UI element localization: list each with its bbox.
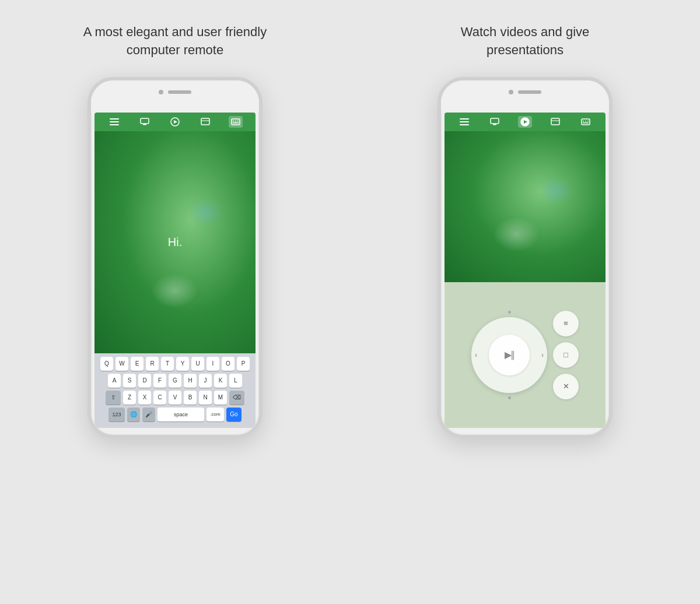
right-iphone: ‹ ▶︎∥ › ≡ □ ✕ — [438, 77, 612, 438]
hi-text: Hi. — [168, 236, 182, 249]
key-k[interactable]: K — [214, 374, 227, 388]
remote-square-button[interactable]: □ — [553, 342, 579, 368]
key-j[interactable]: J — [199, 374, 212, 388]
svg-rect-17 — [460, 124, 469, 125]
remote-close-button[interactable]: ✕ — [553, 374, 579, 399]
svg-rect-27 — [585, 121, 586, 122]
key-d[interactable]: D — [138, 374, 151, 388]
svg-rect-15 — [460, 118, 469, 120]
key-v[interactable]: V — [169, 391, 181, 405]
key-dotcom[interactable]: .com — [206, 408, 224, 422]
key-l[interactable]: L — [229, 374, 242, 388]
toolbar-menu-icon[interactable] — [107, 116, 121, 128]
svg-rect-2 — [110, 124, 119, 125]
svg-rect-14 — [233, 122, 239, 124]
svg-marker-7 — [174, 120, 177, 124]
dpad-center[interactable]: ▶︎∥ — [489, 335, 530, 375]
remote-menu-button[interactable]: ≡ — [553, 311, 579, 336]
toolbar-monitor-icon-r[interactable] — [488, 116, 502, 128]
svg-rect-26 — [583, 121, 584, 122]
dpad-bottom-dot — [508, 396, 511, 399]
key-u[interactable]: U — [191, 357, 204, 371]
svg-rect-13 — [237, 121, 239, 122]
svg-rect-28 — [587, 121, 589, 122]
svg-rect-19 — [493, 124, 496, 125]
right-iphone-screen: ‹ ▶︎∥ › ≡ □ ✕ — [444, 113, 606, 428]
key-s[interactable]: S — [123, 374, 136, 388]
right-panel: Watch videos and give presentations — [350, 0, 700, 604]
key-a[interactable]: A — [108, 374, 121, 388]
svg-rect-0 — [110, 118, 119, 120]
speaker-bar-right — [518, 90, 541, 94]
key-delete[interactable]: ⌫ — [229, 391, 244, 405]
svg-rect-8 — [201, 118, 209, 125]
left-panel: A most elegant and user friendly compute… — [0, 0, 350, 604]
remote-side-buttons: ≡ □ ✕ — [553, 311, 579, 399]
key-g[interactable]: G — [169, 374, 181, 388]
svg-rect-23 — [551, 118, 559, 125]
svg-rect-20 — [494, 124, 495, 124]
dpad[interactable]: ‹ ▶︎∥ › — [471, 317, 547, 393]
dpad-top-dot — [508, 311, 511, 314]
key-b[interactable]: B — [184, 391, 197, 405]
svg-rect-11 — [233, 121, 234, 122]
svg-rect-12 — [235, 121, 236, 122]
key-shift[interactable]: ⇧ — [106, 391, 121, 405]
green-touch-area-left[interactable]: Hi. — [94, 131, 256, 353]
key-num[interactable]: 123 — [108, 408, 125, 422]
key-mic[interactable]: 🎤 — [142, 408, 155, 422]
iphone-notch-right — [509, 90, 541, 94]
key-o[interactable]: O — [222, 357, 235, 371]
key-go[interactable]: Go — [226, 408, 242, 422]
key-e[interactable]: E — [131, 357, 144, 371]
toolbar-menu-icon-r[interactable] — [457, 116, 471, 128]
key-z[interactable]: Z — [123, 391, 136, 405]
key-globe[interactable]: 🌐 — [127, 408, 140, 422]
dpad-left-arrow[interactable]: ‹ — [475, 351, 477, 359]
dpad-container: ‹ ▶︎∥ › — [471, 311, 547, 399]
key-c[interactable]: C — [153, 391, 166, 405]
green-touch-area-right[interactable] — [444, 131, 606, 282]
key-p[interactable]: P — [237, 357, 250, 371]
toolbar-play-icon[interactable] — [168, 116, 182, 128]
play-pause-icon: ▶︎∥ — [505, 349, 514, 360]
camera-dot — [159, 90, 163, 94]
svg-rect-18 — [491, 118, 499, 124]
key-f[interactable]: F — [153, 374, 166, 388]
key-h[interactable]: H — [184, 374, 197, 388]
camera-dot-right — [509, 90, 513, 94]
kb-row-1: Q W E R T Y U I O P — [96, 357, 254, 371]
app-toolbar-left — [94, 113, 256, 131]
right-panel-title: Watch videos and give presentations — [432, 23, 618, 59]
svg-rect-16 — [460, 121, 469, 122]
key-i[interactable]: I — [206, 357, 219, 371]
svg-rect-4 — [143, 124, 146, 125]
toolbar-monitor-icon[interactable] — [138, 116, 152, 128]
key-t[interactable]: T — [161, 357, 174, 371]
toolbar-window-icon[interactable] — [198, 116, 212, 128]
left-iphone: Hi. Q W E R T Y U I O P — [88, 77, 262, 438]
svg-rect-3 — [141, 118, 149, 124]
svg-rect-5 — [144, 124, 145, 124]
kb-row-bottom: 123 🌐 🎤 space .com Go — [96, 408, 254, 422]
key-m[interactable]: M — [214, 391, 227, 405]
key-n[interactable]: N — [199, 391, 212, 405]
kb-row-2: A S D F G H J K L — [96, 374, 254, 388]
key-space[interactable]: space — [158, 408, 204, 422]
key-r[interactable]: R — [146, 357, 159, 371]
left-panel-title: A most elegant and user friendly compute… — [82, 23, 268, 59]
key-x[interactable]: X — [138, 391, 151, 405]
toolbar-play-icon-r[interactable] — [518, 116, 532, 128]
dpad-right-arrow[interactable]: › — [541, 351, 544, 359]
toolbar-keyboard-icon-r[interactable] — [579, 116, 593, 128]
toolbar-keyboard-icon[interactable] — [229, 116, 243, 128]
keyboard-area: Q W E R T Y U I O P A S D F G — [94, 353, 256, 428]
svg-rect-25 — [582, 119, 590, 125]
toolbar-window-icon-r[interactable] — [548, 116, 562, 128]
key-q[interactable]: Q — [100, 357, 113, 371]
key-w[interactable]: W — [116, 357, 128, 371]
svg-rect-29 — [583, 122, 589, 124]
key-y[interactable]: Y — [176, 357, 189, 371]
kb-row-3: ⇧ Z X C V B N M ⌫ — [96, 391, 254, 405]
svg-rect-1 — [110, 121, 119, 122]
